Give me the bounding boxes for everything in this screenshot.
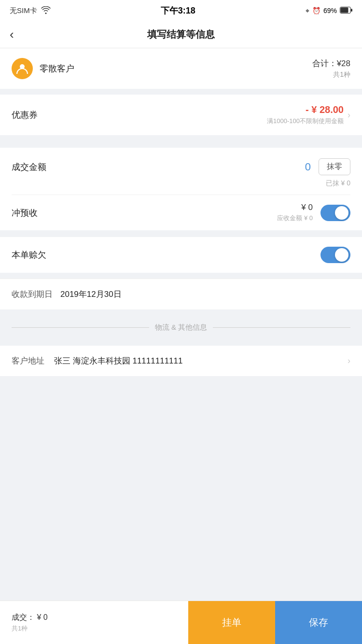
coupon-label: 优惠券 <box>12 109 38 121</box>
wifi-icon <box>41 6 51 15</box>
due-date-row: 收款到期日 2019年12月30日 <box>0 279 362 309</box>
customer-name: 零散客户 <box>40 63 74 74</box>
amount-section: 成交金额 抹零 已抹 ¥ 0 冲预收 ¥ 0 应收金额 ¥ 0 <box>0 148 362 230</box>
header-line-left <box>12 327 149 328</box>
section-separator-2 <box>0 230 362 237</box>
battery-percent: 69% <box>323 7 337 14</box>
amount-row: 成交金额 抹零 <box>0 148 362 179</box>
precollect-main-amount: ¥ 0 <box>277 203 313 212</box>
round-zero-button[interactable]: 抹零 <box>319 158 350 175</box>
coupon-desc: 满1000-100不限制使用金额 <box>267 117 344 126</box>
bottom-bar: 成交： ¥ 0 共1种 挂单 保存 <box>0 601 362 644</box>
coupon-row[interactable]: 优惠券 - ¥ 28.00 满1000-100不限制使用金额 › <box>0 95 362 135</box>
alarm-icon: ⏰ <box>312 7 320 14</box>
customer-row: 零散客户 合计：¥28 共1种 <box>0 48 362 89</box>
precollect-row: 冲预收 ¥ 0 应收金额 ¥ 0 <box>0 195 362 230</box>
already-rounded: 已抹 ¥ 0 <box>0 179 362 195</box>
coupon-amount: - ¥ 28.00 <box>267 104 344 115</box>
amount-label: 成交金额 <box>12 161 46 173</box>
amount-right: 抹零 <box>282 158 350 175</box>
bottom-info: 成交： ¥ 0 共1种 <box>0 601 188 644</box>
back-button[interactable]: ‹ <box>10 27 14 42</box>
logistics-header: 物流 & 其他信息 <box>0 316 362 339</box>
address-value: 张三 海淀永丰科技园 11111111111 <box>54 355 348 366</box>
section-separator-1 <box>0 141 362 148</box>
coupon-value: - ¥ 28.00 满1000-100不限制使用金额 <box>267 104 344 126</box>
precollect-label: 冲预收 <box>12 207 38 219</box>
customer-total: 合计：¥28 <box>312 58 350 69</box>
status-bar: 无SIM卡 下午3:18 ⌖ ⏰ 69% <box>0 0 362 21</box>
due-date-value: 2019年12月30日 <box>60 289 122 300</box>
address-row[interactable]: 客户地址 张三 海淀永丰科技园 11111111111 › <box>0 346 362 376</box>
amount-input[interactable] <box>282 161 311 173</box>
customer-left: 零散客户 <box>12 58 74 79</box>
coupon-section: 优惠券 - ¥ 28.00 满1000-100不限制使用金额 › <box>0 95 362 135</box>
address-chevron-icon: › <box>348 356 350 366</box>
logistics-header-inner: 物流 & 其他信息 <box>12 323 350 332</box>
svg-rect-1 <box>351 9 352 12</box>
debt-toggle[interactable] <box>320 247 350 263</box>
precollect-sub-amount: 应收金额 ¥ 0 <box>277 214 313 223</box>
header-line-right <box>213 327 350 328</box>
debt-toggle-knob <box>335 248 348 262</box>
section-separator-3 <box>0 309 362 316</box>
coupon-right: - ¥ 28.00 满1000-100不限制使用金额 › <box>267 104 350 126</box>
debt-label: 本单赊欠 <box>12 249 46 261</box>
avatar <box>12 58 33 79</box>
section-separator-4 <box>0 339 362 346</box>
toggle-knob <box>335 206 348 220</box>
battery-icon <box>340 7 352 15</box>
hold-button[interactable]: 挂单 <box>188 601 275 644</box>
status-left: 无SIM卡 <box>10 6 51 15</box>
precollect-right: ¥ 0 应收金额 ¥ 0 <box>277 203 350 223</box>
customer-section: 零散客户 合计：¥28 共1种 <box>0 48 362 89</box>
nav-bar: ‹ 填写结算等信息 <box>0 21 362 48</box>
logistics-label: 物流 & 其他信息 <box>155 323 207 332</box>
precollect-amounts: ¥ 0 应收金额 ¥ 0 <box>277 203 313 223</box>
no-sim-text: 无SIM卡 <box>10 6 37 15</box>
svg-rect-2 <box>340 7 348 13</box>
precollect-toggle[interactable] <box>320 205 350 221</box>
customer-count: 共1种 <box>312 70 350 79</box>
debt-section: 本单赊欠 <box>0 237 362 273</box>
location-icon: ⌖ <box>306 7 309 15</box>
main-content: 零散客户 合计：¥28 共1种 优惠券 - ¥ 28.00 满1000-100不… <box>0 48 362 430</box>
chevron-right-icon: › <box>348 110 350 120</box>
customer-right: 合计：¥28 共1种 <box>312 58 350 79</box>
status-right: ⌖ ⏰ 69% <box>306 7 352 15</box>
address-label: 客户地址 <box>12 355 44 366</box>
bottom-transaction: 成交： ¥ 0 <box>12 613 177 623</box>
save-button[interactable]: 保存 <box>275 601 362 644</box>
due-date-label: 收款到期日 <box>12 289 53 300</box>
page-title: 填写结算等信息 <box>147 28 215 41</box>
status-time: 下午3:18 <box>161 5 195 16</box>
bottom-count: 共1种 <box>12 624 177 633</box>
